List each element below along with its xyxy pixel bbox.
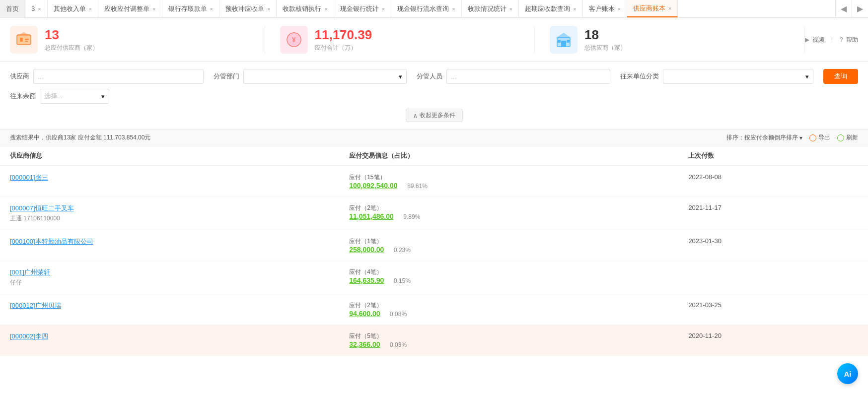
close-icon[interactable]: × [382, 6, 385, 12]
table-row: [000002]李四 应付（5笔） 32,366.00 0.03% 2020-1… [0, 325, 868, 356]
chevron-down-icon: ▾ [101, 93, 105, 100]
close-icon[interactable]: × [452, 6, 455, 12]
supplier-link[interactable]: [000012]广州贝瑞 [10, 301, 349, 310]
table-row: [000007]恒旺二手叉车 王通 17106110000 应付（2笔） 11,… [0, 197, 868, 230]
tx-label: 应付（2笔） [349, 204, 688, 212]
nav-cash-stat[interactable]: 现金银行统计 × [334, 0, 391, 17]
tx-cell: 应付（15笔） 100,092,540.00 89.61% [349, 173, 688, 190]
close-icon[interactable]: × [324, 6, 327, 12]
svg-rect-1 [20, 38, 23, 42]
nav-supplier-book[interactable]: 供应商账本 × [627, 0, 678, 17]
last-pay: 2021-03-25 [688, 301, 858, 309]
balance-select[interactable]: 选择... ▾ [40, 89, 109, 104]
nav-prev[interactable]: ◀ [835, 0, 852, 18]
person-label: 分管人员 [417, 72, 442, 81]
supplier-link[interactable]: [001]广州荣轩 [10, 268, 349, 277]
unit-class-select[interactable]: ▾ [663, 69, 814, 84]
nav-bank-deposit[interactable]: 银行存取款单 × [162, 0, 219, 17]
chevron-down-icon: ▾ [805, 73, 809, 80]
svg-rect-3 [25, 41, 28, 42]
col-last-pay: 上次付数 [688, 151, 858, 160]
supplier-cell: [000002]李四 [10, 332, 349, 341]
supplier-cell: [000007]恒旺二手叉车 王通 17106110000 [10, 204, 349, 223]
tx-label: 应付（15笔） [349, 173, 688, 182]
balance-filter: 往来余额 选择... ▾ [10, 89, 109, 104]
payable-suppliers-count: 13 [45, 27, 98, 43]
tx-amount[interactable]: 94,600.00 [349, 310, 380, 318]
tx-label: 应付（2笔） [349, 301, 688, 310]
last-pay: 2022-08-08 [688, 173, 858, 181]
summary-bar: 13 总应付供应商（家） ¥ 11,170.39 应付合计（万） 1 [0, 18, 868, 62]
ai-badge[interactable]: Ai [837, 363, 858, 384]
person-input[interactable] [446, 69, 610, 84]
nav-tab3[interactable]: 3 × [25, 0, 48, 17]
result-bar: 搜索结果中，供应商13家 应付金额 111,703,854.00元 排序：按应付… [0, 130, 868, 146]
tx-pct: 0.08% [390, 311, 407, 318]
close-icon[interactable]: × [210, 6, 213, 12]
tx-label: 应付（1笔） [349, 237, 688, 246]
nav-overdue-ar[interactable]: 超期应收款查询 × [519, 0, 582, 17]
summary-payable-amount: ¥ 11,170.39 应付合计（万） [265, 26, 535, 54]
tx-amount[interactable]: 32,366.00 [349, 340, 380, 348]
video-link[interactable]: ▶ 视频 [805, 36, 824, 44]
tx-label: 应付（5笔） [349, 332, 688, 340]
close-icon[interactable]: × [267, 6, 270, 12]
svg-rect-0 [17, 35, 31, 45]
collapse-button[interactable]: ∧ 收起更多条件 [406, 109, 463, 122]
nav-cash-query[interactable]: 现金银行流水查询 × [391, 0, 461, 17]
supplier-link[interactable]: [000007]恒旺二手叉车 [10, 204, 349, 213]
export-button[interactable]: 导出 [809, 133, 830, 142]
tx-pct: 0.23% [394, 247, 411, 254]
tx-amount[interactable]: 164,635.90 [349, 276, 384, 284]
close-icon[interactable]: × [38, 6, 41, 12]
last-pay: 2021-11-17 [688, 204, 858, 211]
balance-placeholder: 选择... [44, 92, 63, 101]
supplier-input[interactable] [33, 69, 204, 84]
dept-select[interactable]: ▾ [243, 69, 407, 84]
close-icon[interactable]: × [152, 6, 155, 12]
nav-next[interactable]: ▶ [852, 0, 868, 18]
last-pay: 2023-01-30 [688, 237, 858, 245]
tx-pct: 0.03% [390, 341, 407, 348]
tx-pct: 9.89% [403, 213, 420, 220]
total-suppliers-count: 18 [584, 27, 626, 43]
tx-cell: 应付（4笔） 164,635.90 0.15% [349, 268, 688, 284]
tx-amount[interactable]: 100,092,540.00 [349, 182, 397, 190]
help-link[interactable]: ? 帮助 [840, 36, 858, 44]
unit-class-label: 往来单位分类 [620, 72, 659, 81]
payable-amount-value: 11,170.39 [315, 27, 372, 43]
close-icon[interactable]: × [668, 5, 671, 11]
nav-collect-exec[interactable]: 收款核销执行 × [277, 0, 334, 17]
nav-home[interactable]: 首页 [0, 0, 25, 17]
export-icon [809, 134, 816, 141]
supplier-cell: [001]广州荣轩 仔仔 [10, 268, 349, 287]
supplier-link[interactable]: [000002]李四 [10, 332, 349, 341]
close-icon[interactable]: × [89, 6, 92, 12]
svg-marker-9 [556, 33, 572, 38]
tx-amount[interactable]: 11,051,486.00 [349, 212, 394, 220]
balance-label: 往来余额 [10, 92, 36, 101]
supplier-payable-icon [10, 26, 38, 54]
nav-ar-adjust[interactable]: 应收应付调整单 × [98, 0, 162, 17]
close-icon[interactable]: × [509, 6, 512, 12]
nav-customer-book[interactable]: 客户账本 × [583, 0, 627, 17]
supplier-table: 供应商信息 应付交易信息（占比） 上次付数 [000001]张三 应付（15笔）… [0, 146, 868, 394]
query-button[interactable]: 查询 [823, 69, 858, 84]
nav-arrows: ◀ ▶ [835, 0, 868, 18]
supplier-link[interactable]: [000001]张三 [10, 173, 349, 182]
svg-rect-10 [558, 40, 561, 43]
refresh-button[interactable]: 刷新 [837, 133, 858, 142]
tx-amount[interactable]: 258,000.00 [349, 246, 384, 254]
summary-total-suppliers: 18 总供应商（家） [535, 26, 805, 54]
nav-collect-stat[interactable]: 收款情况统计 × [462, 0, 519, 17]
supplier-link[interactable]: [000100]本特勤油品有限公司 [10, 237, 349, 246]
store-icon [550, 26, 578, 54]
supplier-sub: 王通 17106110000 [10, 214, 349, 223]
nav-other-income[interactable]: 其他收入单 × [48, 0, 98, 17]
nav-prepay-ar[interactable]: 预收冲应收单 × [219, 0, 277, 17]
tx-cell: 应付（2笔） 11,051,486.00 9.89% [349, 204, 688, 220]
sort-button[interactable]: 排序：按应付余额倒序排序 ▾ [726, 133, 802, 142]
close-icon[interactable]: × [573, 6, 576, 12]
close-icon[interactable]: × [618, 6, 621, 12]
svg-rect-11 [567, 40, 570, 43]
